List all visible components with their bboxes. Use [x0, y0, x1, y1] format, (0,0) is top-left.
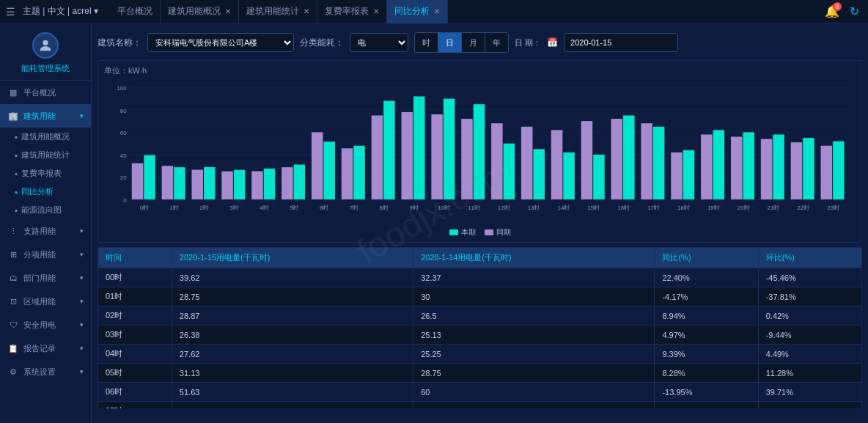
chevron-department: ▾ — [80, 274, 84, 282]
btn-hour[interactable]: 时 — [415, 33, 438, 52]
sub-nav-item-report[interactable]: 复费率报表 — [7, 164, 91, 183]
x-label: 6时 — [320, 205, 328, 211]
x-label: 18时 — [677, 205, 690, 211]
bar-prev — [611, 119, 623, 199]
sidebar-item-report2[interactable]: 📋 报告记录 ▾ — [0, 336, 91, 360]
x-label: 23时 — [827, 205, 839, 211]
branch-icon: ⋮ — [7, 225, 19, 237]
bar-current — [444, 99, 455, 199]
sidebar-item-department[interactable]: 🗂 部门用能 ▾ — [0, 266, 91, 290]
table-cell: 8.94% — [655, 306, 758, 325]
chevron-settings: ▾ — [80, 368, 84, 375]
x-label: 0时 — [140, 205, 149, 211]
x-label: 19时 — [707, 205, 720, 211]
bar-prev — [461, 119, 473, 199]
table-cell: 48 — [172, 402, 413, 409]
bar-current — [353, 146, 365, 199]
tab-建筑用能统计[interactable]: 建筑用能统计✕ — [239, 0, 317, 23]
table-cell: 27.62 — [172, 345, 413, 364]
data-table: 时间2020-1-15用电量(千瓦时)2020-1-14用电量(千瓦时)同比(%… — [98, 247, 862, 408]
date-input[interactable]: 2020-01-15 — [564, 33, 678, 52]
sidebar-item-platform[interactable]: ▦ 平台概况 — [0, 81, 91, 104]
sub-nav-building: 建筑用能概况建筑用能统计复费率报表同比分析能源流向图 — [0, 128, 91, 219]
topbar: ☰ 主题 | 中文 | acrel ▾ 平台概况建筑用能概况✕建筑用能统计✕复费… — [0, 0, 868, 23]
sidebar-item-safety[interactable]: 🛡 安全用电 ▾ — [0, 313, 91, 336]
table-cell: 02时 — [98, 306, 172, 325]
table-cell: 22.40% — [655, 268, 758, 287]
user-section: 能耗管理系统 — [0, 23, 91, 81]
tab-close-复费率报表[interactable]: ✕ — [373, 7, 379, 15]
main-layout: 能耗管理系统 ▦ 平台概况 🏢 建筑用能 ▾建筑用能概况建筑用能统计复费率报表同… — [0, 23, 868, 423]
nav-label-safety: 安全用电 — [23, 320, 56, 331]
bar-prev — [282, 167, 293, 199]
table-cell: 00时 — [98, 268, 172, 287]
bar-prev — [132, 163, 144, 199]
bar-prev — [521, 127, 533, 199]
table-cell: 0.42% — [758, 306, 861, 325]
sub-nav-item-flow[interactable]: 能源流向图 — [7, 201, 91, 219]
table-row: 04时27.6225.259.39%4.49% — [98, 345, 862, 364]
notification-icon[interactable]: 🔔 8 — [824, 4, 840, 20]
tab-close-同比分析[interactable]: ✕ — [434, 7, 440, 15]
sidebar-item-building[interactable]: 🏢 建筑用能 ▾ — [0, 104, 91, 128]
tab-建筑用能概况[interactable]: 建筑用能概况✕ — [161, 0, 239, 23]
bar-prev — [162, 166, 174, 199]
table-scroll[interactable]: 时间2020-1-15用电量(千瓦时)2020-1-14用电量(千瓦时)同比(%… — [98, 247, 862, 408]
sub-nav-item-stats[interactable]: 建筑用能统计 — [7, 146, 91, 164]
btn-year[interactable]: 年 — [485, 33, 508, 52]
bar-current — [294, 165, 306, 200]
svg-point-0 — [43, 40, 48, 45]
x-label: 2时 — [199, 205, 208, 211]
refresh-icon[interactable]: ↻ — [846, 4, 862, 20]
table-header: 环比(%) — [758, 248, 861, 268]
sidebar-item-division[interactable]: ⊞ 分项用能 ▾ — [0, 243, 91, 266]
bar-current — [144, 155, 155, 200]
tab-同比分析[interactable]: 同比分析✕ — [387, 0, 448, 23]
tab-close-建筑用能概况[interactable]: ✕ — [225, 7, 231, 15]
x-label: 14时 — [558, 205, 570, 211]
notification-badge: 8 — [833, 2, 842, 11]
tab-close-建筑用能统计[interactable]: ✕ — [304, 7, 309, 15]
chevron-area: ▾ — [80, 298, 84, 305]
menu-icon[interactable]: ☰ — [6, 6, 15, 18]
legend-prev-label: 同期 — [496, 227, 511, 238]
table-cell: 4.97% — [655, 325, 758, 345]
nav-label-branch: 支路用能 — [23, 226, 56, 237]
table-cell: 9.39% — [655, 345, 758, 364]
table-row: 01时28.7530-4.17%-37.81% — [98, 287, 862, 306]
bar-prev — [731, 137, 743, 200]
table-cell: 25.25 — [413, 345, 655, 364]
table-cell: 5.19% — [655, 402, 758, 409]
sidebar-item-settings[interactable]: ⚙ 系统设置 ▾ — [0, 360, 91, 383]
legend-prev-color — [485, 229, 493, 235]
bar-current — [743, 132, 754, 199]
table-area: 时间2020-1-15用电量(千瓦时)2020-1-14用电量(千瓦时)同比(%… — [98, 247, 862, 417]
bar-prev — [641, 123, 652, 199]
table-cell: 03时 — [98, 325, 172, 345]
btn-month[interactable]: 月 — [462, 33, 485, 52]
table-row: 07时4845.635.19%-7.56% — [98, 402, 862, 409]
table-cell: 30 — [413, 287, 655, 306]
bar-prev — [551, 130, 563, 199]
sub-nav-item-compare[interactable]: 同比分析 — [7, 183, 91, 201]
sidebar-item-area[interactable]: ⊡ 区域用能 ▾ — [0, 290, 91, 313]
nav-label-division: 分项用能 — [23, 249, 56, 260]
nav-label-department: 部门用能 — [23, 273, 56, 284]
table-header: 时间 — [98, 248, 172, 268]
tab-平台概况[interactable]: 平台概况 — [110, 0, 161, 23]
building-select[interactable]: 安科瑞电气股份有限公司A楼 — [147, 33, 294, 52]
sub-nav-item-overview[interactable]: 建筑用能概况 — [7, 128, 91, 146]
legend-current-label: 本期 — [461, 227, 476, 238]
btn-day[interactable]: 日 — [438, 33, 462, 52]
building-icon: 🏢 — [7, 110, 19, 122]
grid-icon: ▦ — [7, 87, 19, 98]
bar-current — [234, 170, 246, 199]
bar-current — [713, 130, 725, 199]
table-cell: 8.28% — [655, 364, 758, 383]
table-cell: 51.63 — [172, 383, 413, 402]
tab-复费率报表[interactable]: 复费率报表✕ — [317, 0, 387, 23]
svg-text:40: 40 — [120, 152, 127, 159]
sidebar-item-branch[interactable]: ⋮ 支路用能 ▾ — [0, 219, 91, 243]
category-select[interactable]: 电 — [350, 33, 408, 52]
bar-current — [174, 167, 185, 199]
